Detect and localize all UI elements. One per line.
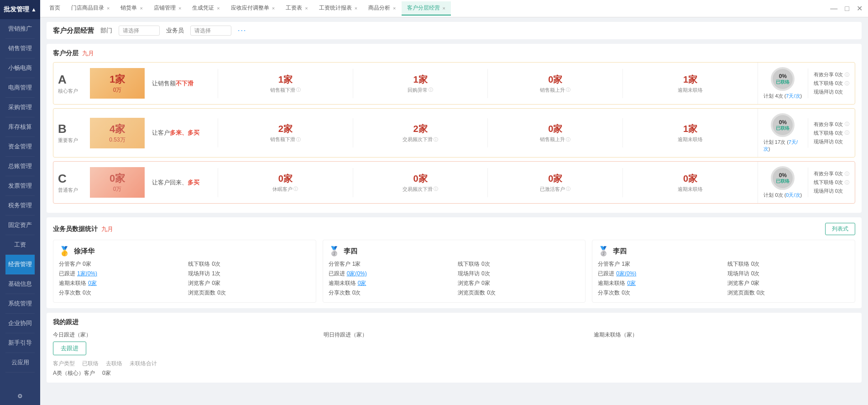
- stat-label: 逾期未联络: [678, 136, 703, 143]
- stat-count: 1家: [413, 74, 427, 86]
- tier-stat-B-交易频次下滑: 2家交易频次下滑 ⓘ: [353, 118, 488, 147]
- sidebar-item-系统管理[interactable]: 系统管理: [5, 294, 35, 314]
- info-icon[interactable]: ⓘ: [566, 186, 570, 192]
- info-icon[interactable]: ⓘ: [845, 72, 849, 78]
- maximize-icon[interactable]: □: [843, 4, 851, 14]
- info-icon[interactable]: ⓘ: [434, 137, 438, 143]
- minimize-icon[interactable]: —: [828, 4, 839, 14]
- tier-stat-A-逾期未联络: 1家逾期未联络: [622, 69, 758, 98]
- staff-stat-row-2-1: 线下联络 0次: [727, 260, 849, 268]
- list-view-button[interactable]: 列表式: [825, 223, 855, 235]
- info-icon[interactable]: ⓘ: [845, 80, 849, 87]
- tab-首页[interactable]: 首页: [44, 1, 66, 16]
- right-stat-label: 有效分享 0次: [814, 170, 843, 177]
- tab-销货单[interactable]: 销货单×: [115, 1, 148, 16]
- plan-link-${tier.letter}[interactable]: 7天/次: [763, 139, 798, 152]
- staff-stat-label: 浏览客户: [188, 279, 210, 287]
- tab-客户分层经营[interactable]: 客户分层经营×: [402, 1, 451, 16]
- tab-close-工资表[interactable]: ×: [305, 5, 308, 11]
- sidebar-item-云应用[interactable]: 云应用: [5, 353, 35, 373]
- tab-close-店铺管理[interactable]: ×: [178, 5, 181, 11]
- tab-close-门店商品目录[interactable]: ×: [107, 5, 110, 11]
- tab-应收应付调整单[interactable]: 应收应付调整单×: [225, 1, 280, 16]
- tab-close-客户分层经营[interactable]: ×: [443, 5, 445, 11]
- tab-close-工资统计报表[interactable]: ×: [355, 5, 357, 11]
- sidebar-item-营销推广[interactable]: 营销推广: [5, 19, 35, 39]
- staff-stat-val[interactable]: 0家: [358, 279, 366, 287]
- info-icon[interactable]: ⓘ: [293, 186, 298, 192]
- tier-plan-C: 计划 0次 (0天/次): [763, 192, 802, 199]
- staff-select[interactable]: 请选择: [190, 26, 231, 36]
- staff-name-row-0: 🥇徐泽华: [59, 246, 310, 257]
- customer-section-title: 客户分层 九月: [53, 49, 855, 58]
- staff-stat-val: 0次: [217, 289, 226, 297]
- tab-close-商品分析[interactable]: ×: [393, 5, 396, 11]
- info-icon[interactable]: ⓘ: [845, 179, 849, 186]
- staff-stat-val[interactable]: 0家(0%): [347, 270, 367, 278]
- sidebar-item-企业协同[interactable]: 企业协同: [5, 314, 35, 333]
- sidebar-item-小畅电商[interactable]: 小畅电商: [5, 58, 35, 78]
- tab-店铺管理[interactable]: 店铺管理×: [148, 1, 187, 16]
- tab-工资表[interactable]: 工资表×: [280, 1, 313, 16]
- staff-stat-row-0-1: 线下联络 0次: [188, 260, 310, 268]
- staff-stat-label: 线下联络: [727, 260, 749, 268]
- sidebar-item-销售管理[interactable]: 销售管理: [5, 39, 35, 58]
- staff-stat-row-0-2: 已跟进 1家(0%): [59, 270, 181, 278]
- sidebar-item-库存核算[interactable]: 库存核算: [5, 117, 35, 137]
- sidebar-item-总账管理[interactable]: 总账管理: [5, 157, 35, 176]
- staff-stat-val[interactable]: 1家(0%): [77, 270, 97, 278]
- info-icon[interactable]: ⓘ: [845, 121, 849, 127]
- info-icon[interactable]: ⓘ: [566, 87, 570, 93]
- sidebar-header[interactable]: 批发管理 ▲: [0, 0, 40, 19]
- staff-stats-grid-0: 分管客户 0家线下联络 0次已跟进 1家(0%)现场拜访 1次逾期未联络 0家浏…: [59, 260, 310, 297]
- tab-商品分析[interactable]: 商品分析×: [363, 1, 401, 16]
- stat-label: 回购异常 ⓘ: [408, 87, 433, 94]
- close-window-icon[interactable]: ✕: [855, 3, 864, 14]
- sidebar-item-新手引导[interactable]: 新手引导: [5, 333, 35, 353]
- info-icon[interactable]: ⓘ: [429, 87, 433, 93]
- info-icon[interactable]: ⓘ: [434, 186, 438, 192]
- staff-card-1: 🥈李四分管客户 1家线下联络 0次已跟进 0家(0%)现场拜访 0次逾期未联络 …: [323, 240, 586, 303]
- staff-month: 九月: [101, 225, 113, 233]
- tab-close-应收应付调整单[interactable]: ×: [272, 5, 275, 11]
- staff-stat-val: 0家: [751, 279, 760, 287]
- sidebar-item-税务管理[interactable]: 税务管理: [5, 196, 35, 216]
- tier-stat-B-逾期未联络: 1家逾期未联络: [622, 118, 758, 147]
- tier-stat-A-销售额上升: 0家销售额上升 ⓘ: [487, 69, 622, 98]
- tab-close-销货单[interactable]: ×: [140, 5, 142, 11]
- tier-circle-C: 0% 已联络 计划 0次 (0天/次): [758, 162, 808, 203]
- plan-link-${tier.letter}[interactable]: 7天/次: [786, 93, 800, 99]
- info-icon[interactable]: ⓘ: [845, 171, 849, 177]
- plan-link-${tier.letter}[interactable]: 0天/次: [786, 192, 800, 198]
- info-icon[interactable]: ⓘ: [296, 87, 301, 93]
- tier-count-box-B: 4家0.53万: [90, 118, 145, 148]
- tab-门店商品目录[interactable]: 门店商品目录×: [66, 1, 115, 16]
- tab-close-生成凭证[interactable]: ×: [217, 5, 220, 11]
- tab-生成凭证[interactable]: 生成凭证×: [187, 1, 225, 16]
- sidebar-item-工资[interactable]: 工资: [5, 235, 35, 255]
- follow-title: 我的跟进: [53, 318, 855, 326]
- stat-count: 1家: [683, 74, 697, 86]
- tab-工资统计报表[interactable]: 工资统计报表×: [314, 1, 363, 16]
- sidebar-item-资金管理[interactable]: 资金管理: [5, 137, 35, 157]
- today-follow-col: 今日跟进（家） 去跟进 客户类型 已联络 去联络 未联络合计 A类（核心）客户 …: [53, 331, 314, 377]
- sidebar-item-电商管理[interactable]: 电商管理: [5, 78, 35, 98]
- staff-stat-val[interactable]: 0家: [627, 279, 636, 287]
- sidebar-item-基础信息[interactable]: 基础信息: [5, 274, 35, 294]
- info-icon[interactable]: ⓘ: [296, 137, 301, 143]
- staff-stat-val[interactable]: 0家: [88, 279, 97, 287]
- sidebar-item-采购管理[interactable]: 采购管理: [5, 98, 35, 117]
- goto-follow-button[interactable]: 去跟进: [53, 342, 86, 355]
- staff-label: 业务员: [166, 26, 184, 35]
- dept-select[interactable]: 请选择: [119, 26, 160, 36]
- info-icon[interactable]: ⓘ: [845, 130, 849, 136]
- right-stat-label: 线下联络 0次: [814, 80, 843, 87]
- sidebar-item-固定资产[interactable]: 固定资产: [5, 216, 35, 235]
- sidebar-collapse-icon[interactable]: ▲: [31, 6, 37, 13]
- staff-stat-val[interactable]: 0家(0%): [616, 270, 636, 278]
- info-icon[interactable]: ⓘ: [566, 137, 570, 143]
- more-filters-icon[interactable]: ···: [238, 26, 246, 35]
- sidebar-item-经营管理[interactable]: 经营管理: [5, 255, 35, 274]
- settings-icon[interactable]: ⚙: [0, 387, 40, 405]
- sidebar-item-发票管理[interactable]: 发票管理: [5, 176, 35, 196]
